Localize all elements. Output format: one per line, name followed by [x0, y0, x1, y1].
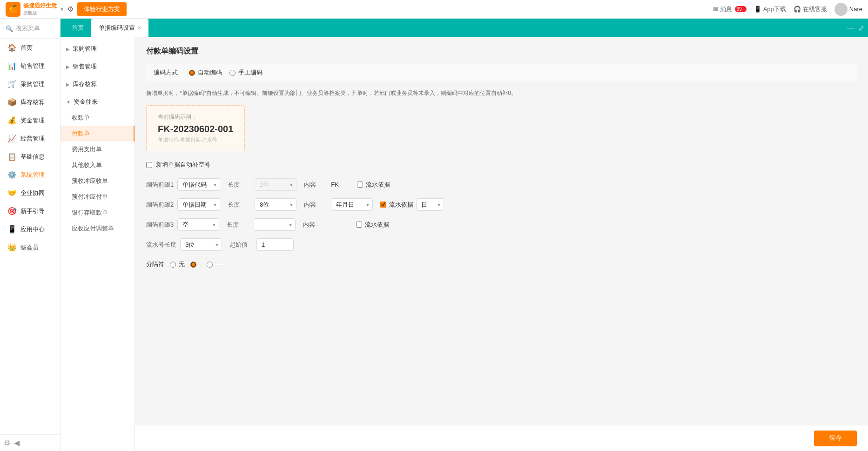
submenu-item-receipt[interactable]: 收款单	[61, 110, 135, 126]
prefix2-select[interactable]: 单据日期	[177, 198, 220, 211]
submenu-item-advance-offset[interactable]: 预付冲应付单	[61, 189, 135, 205]
stream2-unit-select[interactable]: 日	[416, 198, 444, 211]
online-service-item[interactable]: 🎧 在线客服	[794, 5, 827, 13]
submenu-item-other-income[interactable]: 其他收入单	[61, 157, 135, 173]
content-area: 首页 单据编码设置 × — ⤢ ▶ 采购管理	[61, 19, 868, 451]
message-item[interactable]: ✉ 消息 99+	[713, 5, 747, 13]
topbar-left: 🍊 畅捷通好生意 旗舰版 ▾ ⚙ 体验行业方案	[6, 2, 127, 17]
prefix1-field: 编码前缀1 单据代码	[146, 178, 220, 191]
submenu-inventory-title[interactable]: ▶ 库存核算	[61, 76, 135, 92]
dropdown-text: ▾	[61, 6, 63, 13]
sidebar-item-home[interactable]: 🏠 首页	[0, 39, 60, 57]
sidebar-item-system[interactable]: ⚙️ 系统管理	[0, 166, 60, 184]
content2-select[interactable]: 年月日	[331, 198, 373, 211]
serial-start-input[interactable]	[256, 238, 294, 251]
sidebar-item-purchase[interactable]: 🛒 采购管理	[0, 75, 60, 93]
serial-length-field: 流水号长度 3位	[146, 238, 222, 251]
finance-icon: 💰	[7, 116, 17, 125]
settings-bottom-button[interactable]: ⚙	[4, 438, 10, 447]
content3-field: 内容	[303, 221, 349, 229]
basic-info-icon: 📋	[7, 152, 17, 161]
tab-maximize-button[interactable]: ⤢	[858, 24, 864, 33]
prefix3-select[interactable]: 空	[177, 218, 219, 231]
app-center-icon: 📱	[7, 225, 17, 234]
submenu-purchase-title[interactable]: ▶ 采购管理	[61, 41, 135, 57]
tab-bar-actions: — ⤢	[847, 24, 864, 33]
separator-dash-radio[interactable]: —	[207, 261, 222, 268]
stream2-field: 流水依据 日	[380, 198, 444, 211]
collapse-button[interactable]: ◀	[14, 438, 20, 447]
tab-minimize-button[interactable]: —	[847, 24, 855, 32]
submenu-group-inventory: ▶ 库存核算	[61, 76, 135, 92]
logo-text: 畅捷通好生意 旗舰版	[23, 2, 57, 16]
sidebar-item-sales[interactable]: 📊 销售管理	[0, 57, 60, 75]
submenu-item-payment[interactable]: 付款单	[61, 126, 135, 141]
length1-select[interactable]: 2位	[255, 178, 296, 191]
inner-layout: ▶ 采购管理 ▶ 销售管理 ▶ 库存核算	[61, 37, 868, 451]
submenu-item-bank-deposit[interactable]: 银行存取款单	[61, 205, 135, 221]
inventory-icon: 📦	[7, 98, 17, 107]
form-area: 付款单编码设置 编码方式 自动编码 手工编码	[135, 37, 868, 425]
submenu-finance-title[interactable]: ▼ 资金往来	[61, 94, 135, 110]
separator-row: 分隔符 无 · —	[146, 260, 857, 269]
sidebar-item-app-center[interactable]: 📱 应用中心	[0, 220, 60, 238]
form-row-1: 编码前缀1 单据代码 长度 2位	[146, 178, 857, 191]
separator-label: 分隔符	[146, 260, 164, 269]
preview-value: FK-20230602-001	[158, 124, 233, 135]
sidebar-menu: 🏠 首页 📊 销售管理 🛒 采购管理 📦 库存核算 💰 资金管理 📈 经	[0, 39, 60, 434]
sidebar-item-basic-info[interactable]: 📋 基础信息	[0, 148, 60, 166]
separator-dot-radio[interactable]: ·	[190, 261, 201, 268]
stream3-checkbox[interactable]	[356, 222, 362, 228]
stream1-checkbox[interactable]	[357, 182, 363, 188]
avatar	[834, 3, 848, 16]
tab-encoding-settings[interactable]: 单据编码设置 ×	[91, 19, 148, 37]
encoding-radio-group: 自动编码 手工编码	[189, 68, 262, 77]
serial-length-select-wrapper: 3位	[180, 238, 222, 251]
auto-fill-checkbox[interactable]	[146, 162, 152, 168]
search-menu-button[interactable]: 🔍 搜索菜单	[4, 22, 56, 34]
submenu-item-ap-adjustment[interactable]: 应收应付调整单	[61, 221, 135, 236]
page-title: 付款单编码设置	[146, 47, 857, 56]
tab-bar: 首页 单据编码设置 × — ⤢	[61, 19, 868, 37]
submenu-sales-title[interactable]: ▶ 销售管理	[61, 59, 135, 74]
sidebar-item-inventory[interactable]: 📦 库存核算	[0, 93, 60, 111]
tab-close-icon[interactable]: ×	[138, 25, 141, 31]
topbar: 🍊 畅捷通好生意 旗舰版 ▾ ⚙ 体验行业方案 ✉ 消息 99+ 📱 App下载…	[0, 0, 868, 19]
sidebar-item-finance[interactable]: 💰 资金管理	[0, 111, 60, 129]
submenu-item-prepaid-offset[interactable]: 预收冲应收单	[61, 173, 135, 189]
submenu-item-expense[interactable]: 费用支出单	[61, 141, 135, 157]
settings-icon[interactable]: ⚙	[67, 5, 74, 13]
auto-fill-row: 新增单据自动补空号	[146, 161, 857, 169]
bottom-bar: 保存	[135, 425, 868, 451]
home-icon: 🏠	[7, 43, 17, 52]
user-info[interactable]: Nare	[834, 3, 862, 16]
member-icon: 👑	[7, 243, 17, 252]
prefix2-select-wrapper: 单据日期	[177, 198, 220, 211]
topbar-dropdown[interactable]: ▾	[61, 6, 63, 13]
app-download-item[interactable]: 📱 App下载	[754, 5, 786, 13]
stream2-checkbox[interactable]	[380, 202, 386, 208]
sidebar-item-member[interactable]: 👑 畅会员	[0, 238, 60, 256]
content1-value: FK	[331, 181, 350, 188]
form-row-3: 编码前缀3 空 长度	[146, 218, 857, 231]
auto-encoding-radio[interactable]: 自动编码	[189, 68, 222, 77]
stream1-field: 流水依据	[357, 181, 390, 189]
length2-select[interactable]: 8位	[255, 198, 296, 211]
serial-length-select[interactable]: 3位	[180, 238, 222, 251]
separator-none-radio[interactable]: 无	[170, 260, 185, 269]
length3-select[interactable]	[254, 218, 296, 231]
sidebar-search-area: 🔍 搜索菜单	[0, 19, 60, 39]
sidebar-item-management[interactable]: 📈 经营管理	[0, 129, 60, 148]
stream2-unit-wrapper: 日	[416, 198, 444, 211]
prefix2-field: 编码前缀2 单据日期	[146, 198, 220, 211]
industry-button[interactable]: 体验行业方案	[77, 2, 127, 16]
sidebar-item-enterprise[interactable]: 🤝 企业协同	[0, 184, 60, 202]
message-badge: 99+	[735, 6, 747, 12]
tab-home[interactable]: 首页	[64, 19, 91, 37]
save-button[interactable]: 保存	[814, 431, 857, 446]
username: Nare	[849, 6, 862, 13]
prefix1-select[interactable]: 单据代码	[177, 178, 220, 191]
sidebar-item-guide[interactable]: 🎯 新手引导	[0, 202, 60, 220]
manual-encoding-radio[interactable]: 手工编码	[229, 68, 262, 77]
preview-sub: 单据代码-单据日期-流水号	[158, 136, 233, 143]
